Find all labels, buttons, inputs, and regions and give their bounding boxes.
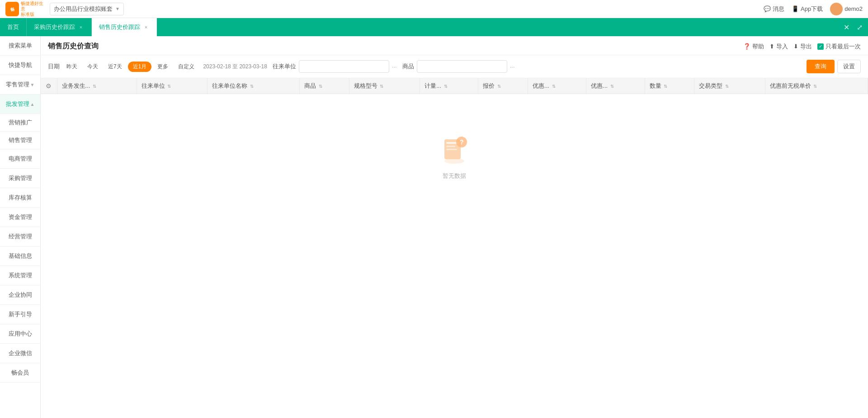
sort-icon[interactable]: ⇅ bbox=[497, 84, 501, 89]
gear-icon[interactable]: ⚙ bbox=[46, 82, 52, 90]
fullscreen-icon[interactable]: ⤢ bbox=[855, 21, 864, 33]
trading-partner-picker-btn[interactable]: ··· bbox=[392, 63, 397, 70]
col-discount2-label: 优惠... bbox=[591, 82, 608, 89]
sidebar-item-app-center[interactable]: 应用中心 bbox=[0, 324, 40, 344]
table-header: ⚙ 业务发生... ⇅ 往来单位 ⇅ 往来单位名称 bbox=[41, 78, 868, 94]
only-last-checkbox-label[interactable]: 只看最后一次 bbox=[817, 43, 861, 51]
date-btn-7days[interactable]: 近7天 bbox=[104, 62, 126, 72]
sort-icon[interactable]: ⇅ bbox=[380, 84, 383, 89]
sidebar-item-ecommerce-mgmt[interactable]: 电商管理 bbox=[0, 149, 40, 169]
sidebar-item-member-club[interactable]: 畅会员 bbox=[0, 363, 40, 383]
date-range-display: 2023-02-18 至 2023-03-18 bbox=[203, 63, 267, 71]
sort-icon[interactable]: ⇅ bbox=[552, 84, 556, 89]
logo-icon: 畅 bbox=[5, 2, 19, 16]
goods-picker-btn[interactable]: ··· bbox=[510, 63, 515, 70]
col-discount1-label: 优惠... bbox=[533, 82, 549, 89]
col-transaction-type: 交易类型 ⇅ bbox=[694, 78, 765, 94]
tab-bar-right: ✕ ⤢ bbox=[842, 21, 868, 33]
sidebar-item-wholesale-mgmt[interactable]: 批发管理 ▲ bbox=[0, 95, 40, 114]
date-btn-more[interactable]: 更多 bbox=[153, 62, 172, 72]
sort-icon[interactable]: ⇅ bbox=[167, 84, 171, 89]
filter-bar: 日期 昨天 今天 近7天 近1月 更多 自定义 2023-02-18 至 202… bbox=[41, 55, 868, 78]
export-icon: ⬇ bbox=[793, 43, 798, 50]
sidebar-item-operations-mgmt[interactable]: 经营管理 bbox=[0, 227, 40, 247]
only-last-checkbox[interactable] bbox=[817, 43, 824, 50]
export-label: 导出 bbox=[800, 43, 812, 51]
sort-icon[interactable]: ⇅ bbox=[319, 84, 322, 89]
user-profile-button[interactable]: demo2 bbox=[830, 3, 863, 15]
export-button[interactable]: ⬇ 导出 bbox=[793, 43, 812, 51]
sort-icon[interactable]: ⇅ bbox=[444, 84, 448, 89]
logo: 畅 畅捷通好生意 标准版 bbox=[5, 1, 46, 17]
messages-button[interactable]: 💬 消息 bbox=[764, 5, 784, 13]
import-button[interactable]: ⬆ 导入 bbox=[769, 43, 788, 51]
company-dropdown[interactable]: 办公用品行业模拟账套 ▼ bbox=[50, 3, 124, 15]
sidebar-marketing-label: 营销推广 bbox=[9, 119, 32, 126]
table-container: ⚙ 业务发生... ⇅ 往来单位 ⇅ 往来单位名称 bbox=[41, 78, 868, 418]
top-bar-right: 💬 消息 📱 App下载 demo2 bbox=[764, 3, 863, 15]
import-label: 导入 bbox=[776, 43, 788, 51]
col-partner-name: 往来单位名称 ⇅ bbox=[208, 78, 300, 94]
close-tab-icon[interactable]: ✕ bbox=[842, 21, 851, 33]
tab-purchase-history[interactable]: 采购历史价跟踪 × bbox=[27, 18, 92, 36]
sidebar-item-quick-nav[interactable]: 快捷导航 bbox=[0, 56, 40, 75]
col-spec: 规格型号 ⇅ bbox=[349, 78, 420, 94]
chevron-down-icon: ▼ bbox=[30, 82, 35, 87]
app-download-button[interactable]: 📱 App下载 bbox=[792, 5, 823, 13]
top-bar: 畅 畅捷通好生意 标准版 办公用品行业模拟账套 ▼ 💬 消息 📱 App下载 d… bbox=[0, 0, 868, 18]
sidebar-wholesale-label: 批发管理 bbox=[6, 100, 29, 108]
sort-icon[interactable]: ⇅ bbox=[664, 84, 667, 89]
sidebar-collab-label: 企业协同 bbox=[9, 291, 32, 299]
app-download-label: App下载 bbox=[801, 5, 823, 13]
sort-icon[interactable]: ⇅ bbox=[725, 84, 729, 89]
goods-input[interactable] bbox=[417, 60, 507, 73]
sidebar-item-enterprise-collab[interactable]: 企业协同 bbox=[0, 285, 40, 305]
sidebar-item-marketing-promo[interactable]: 营销推广 bbox=[0, 114, 40, 132]
download-icon: 📱 bbox=[792, 5, 799, 12]
sidebar-item-enterprise-wechat[interactable]: 企业微信 bbox=[0, 344, 40, 363]
main-layout: 搜索菜单 快捷导航 零售管理 ▼ 批发管理 ▲ 营销推广 销售管理 电商管理 采… bbox=[0, 36, 868, 418]
import-icon: ⬆ bbox=[769, 43, 774, 50]
date-btn-yesterday[interactable]: 昨天 bbox=[62, 62, 81, 72]
sidebar-item-sales-mgmt[interactable]: 销售管理 bbox=[0, 132, 40, 149]
sidebar-item-finance-mgmt[interactable]: 资金管理 bbox=[0, 208, 40, 227]
tab-purchase-close[interactable]: × bbox=[78, 24, 84, 30]
sidebar-wechat-label: 企业微信 bbox=[9, 349, 32, 357]
col-pre-discount-tax-free: 优惠前无税单价 ⇅ bbox=[765, 78, 868, 94]
sidebar-item-basic-info[interactable]: 基础信息 bbox=[0, 247, 40, 266]
sidebar-item-retail-mgmt[interactable]: 零售管理 ▼ bbox=[0, 75, 40, 95]
sort-icon[interactable]: ⇅ bbox=[250, 84, 254, 89]
svg-rect-6 bbox=[446, 149, 457, 150]
sidebar-item-purchase-mgmt[interactable]: 采购管理 bbox=[0, 169, 40, 188]
sidebar-sales-label: 销售管理 bbox=[9, 137, 32, 143]
trading-partner-filter: 往来单位 ··· bbox=[273, 60, 397, 73]
query-button[interactable]: 查询 bbox=[807, 60, 835, 73]
help-label: 帮助 bbox=[752, 43, 764, 51]
sidebar-ecommerce-label: 电商管理 bbox=[9, 155, 32, 163]
tab-home[interactable]: 首页 bbox=[0, 18, 27, 36]
sidebar-item-system-mgmt[interactable]: 系统管理 bbox=[0, 266, 40, 285]
col-unit: 计量... ⇅ bbox=[420, 78, 478, 94]
date-btn-custom[interactable]: 自定义 bbox=[174, 62, 198, 72]
sort-icon[interactable]: ⇅ bbox=[813, 84, 817, 89]
sidebar-item-new-user-guide[interactable]: 新手引导 bbox=[0, 305, 40, 324]
chevron-up-icon: ▲ bbox=[30, 102, 35, 107]
date-btn-1month[interactable]: 近1月 bbox=[128, 62, 152, 72]
help-icon: ❓ bbox=[743, 43, 750, 50]
svg-text:畅: 畅 bbox=[10, 7, 14, 12]
sidebar-system-label: 系统管理 bbox=[9, 271, 32, 280]
date-btn-today[interactable]: 今天 bbox=[83, 62, 102, 72]
sidebar-item-inventory-check[interactable]: 库存核算 bbox=[0, 188, 40, 208]
col-biz-date-label: 业务发生... bbox=[62, 82, 90, 89]
sidebar-item-search-menu[interactable]: 搜索菜单 bbox=[0, 36, 40, 56]
col-discount2: 优惠... ⇅ bbox=[586, 78, 645, 94]
trading-partner-input[interactable] bbox=[299, 60, 389, 73]
settings-button[interactable]: 设置 bbox=[837, 60, 861, 73]
sort-icon[interactable]: ⇅ bbox=[610, 84, 614, 89]
tab-sales-close[interactable]: × bbox=[143, 24, 149, 30]
sort-icon[interactable]: ⇅ bbox=[93, 84, 96, 89]
col-quantity-label: 数量 bbox=[650, 82, 661, 89]
help-button[interactable]: ❓ 帮助 bbox=[743, 43, 764, 51]
tab-sales-history[interactable]: 销售历史价跟踪 × bbox=[92, 18, 157, 36]
sidebar-operations-label: 经营管理 bbox=[9, 233, 32, 241]
